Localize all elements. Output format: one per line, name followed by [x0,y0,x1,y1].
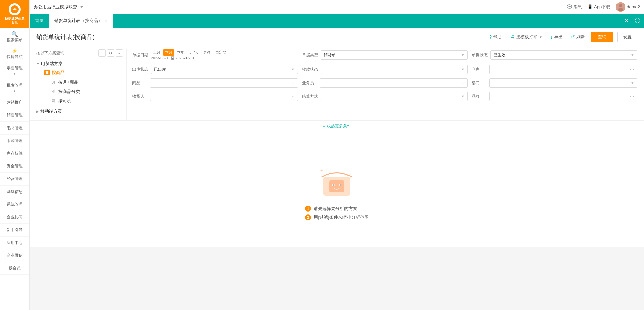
receiver-field: 收货人 ··· [132,92,298,101]
export-btn[interactable]: ↓ 导出 [548,33,565,41]
sidebar-item-wechat[interactable]: 企业微信 [0,249,29,262]
doc-status-control[interactable]: 已生效 ▼ [490,50,637,60]
sidebar-item-sales[interactable]: 销售管理 [0,109,29,122]
date-tab-this-year[interactable]: 本年 [175,49,186,56]
sidebar-item-ecommerce[interactable]: 电商管理 [0,122,29,135]
tab-stats[interactable]: 销货单统计表（按商品） ✕ [49,14,113,28]
doc-type-arrow-icon: ▼ [461,53,465,57]
payment-method-field: 结算方式 ▼ [302,92,468,101]
out-status-arrow-icon: ▼ [291,67,295,71]
sidebar-item-basic[interactable]: 基础信息 [0,186,29,198]
industry-dropdown-icon[interactable]: ▼ [80,5,84,9]
scheme-month-product-label: 按月+商品 [58,79,78,85]
payment-status-control[interactable]: ▼ [321,65,468,74]
pc-group-label: 电脑端方案 [41,61,63,67]
page-content: 销货单统计表(按商品) ? 帮助 🖨 按模板打印 ▼ ↓ 导出 [30,28,644,310]
payment-method-label: 结算方式 [302,94,318,99]
sidebar-item-retail[interactable]: 零售管理 ▼ [0,62,29,79]
print-btn[interactable]: 🖨 按模板打印 ▼ [508,33,544,41]
sidebar-item-member[interactable]: 畅会员 [0,262,29,275]
payment-status-field: 收款状态 ▼ [302,65,468,74]
date-tab-custom[interactable]: 自定义 [213,49,228,56]
left-panel-title: 按以下方案查询 [36,50,64,56]
salesperson-control[interactable]: ··· [320,78,468,88]
search-menu-item[interactable]: 🔍 搜索菜单 [0,28,29,46]
tab-close-window-icon[interactable]: ✕ [623,17,631,25]
collapse-bar[interactable]: ∧ 收起更多条件 [30,120,644,132]
sidebar-item-wholesale[interactable]: 批发管理 ▲ [0,79,29,96]
filter-area: 按以下方案查询 + ⚙ « ▼ 电脑端方案 [30,45,644,120]
pc-group-arrow-icon: ▼ [36,62,40,66]
refresh-icon: ↺ [571,34,575,40]
date-tab-last-month[interactable]: 上月 [151,49,162,56]
pc-scheme-group-header[interactable]: ▼ 电脑端方案 [36,59,123,68]
mobile-scheme-group-header[interactable]: ▶ 移动端方案 [36,107,123,116]
tip2-text: 用[过滤]条件来缩小分析范围 [314,214,368,220]
tab-close-icon[interactable]: ✕ [104,18,108,23]
tab-home[interactable]: 首页 [30,14,49,28]
empty-text: 1 请先选择要分析的方案 2 用[过滤]条件来缩小分析范围 [305,206,368,220]
download-icon: 📱 [587,4,593,9]
setting-button[interactable]: 设置 [617,32,637,42]
top-bar-right: 💬 消息 📱 App下载 demo2 [567,2,640,12]
date-tab-7days[interactable]: 近7天 [187,49,201,56]
tip1-text: 请先选择要分析的方案 [314,206,357,212]
doc-status-arrow-icon: ▼ [631,53,634,57]
user-menu[interactable]: demo2 [616,2,640,12]
tip2-num: 2 [305,214,311,220]
svg-text:✦: ✦ [348,172,351,176]
messages-btn[interactable]: 💬 消息 [567,4,582,10]
scheme-by-product[interactable]: 商 按商品 [36,68,123,78]
date-tab-this-month[interactable]: 本月 [163,49,174,56]
doc-type-field: 单据类型 销货单 ▼ [302,50,468,60]
scheme-by-cashier[interactable]: 司 按司机 [43,96,123,106]
doc-status-field: 单据状态 已生效 ▼ [472,50,637,60]
brand-control[interactable]: ··· [489,92,637,101]
department-arrow-icon: ▼ [631,81,634,85]
query-button[interactable]: 查询 [591,32,613,42]
page-actions: ? 帮助 🖨 按模板打印 ▼ ↓ 导出 ↺ 刷新 [487,32,637,42]
sidebar-item-system[interactable]: 系统管理 [0,198,29,211]
receiver-control[interactable]: ··· [150,92,298,101]
help-icon: ? [489,34,492,40]
payment-method-control[interactable]: ▼ [321,92,468,101]
refresh-btn[interactable]: ↺ 刷新 [569,33,587,41]
sidebar-item-purchase[interactable]: 采购管理 [0,135,29,147]
department-control[interactable]: ▼ [489,78,637,88]
empty-tip-2: 2 用[过滤]条件来缩小分析范围 [305,214,368,220]
scheme-by-category[interactable]: 类 按商品分类 [43,87,123,96]
help-btn[interactable]: ? 帮助 [487,33,504,41]
sidebar-item-enterprise[interactable]: 企业协同 [0,211,29,224]
scheme-by-month-product[interactable]: 月 按月+商品 [43,78,123,87]
top-bar: 办公用品行业模拟账套 ▼ 💬 消息 📱 App下载 demo2 [30,0,644,14]
industry-name: 办公用品行业模拟账套 [34,4,77,10]
product-label: 商品 [132,80,147,86]
sidebar-item-operation[interactable]: 经营管理 [0,173,29,186]
sidebar-item-marketing[interactable]: 营销推广 [0,96,29,109]
out-status-control[interactable]: 已出库 ▼ [151,65,298,74]
warehouse-control[interactable]: ··· [489,65,637,74]
pc-scheme-group: ▼ 电脑端方案 商 按商品 月 按月+ [36,59,123,106]
messages-label: 消息 [573,4,582,10]
app-logo: 畅捷通好生意 标版 [0,0,29,28]
tab-maximize-icon[interactable]: ⛶ [633,17,641,25]
svg-text:✦: ✦ [320,168,323,173]
tip1-num: 1 [305,206,311,212]
sidebar-item-guide[interactable]: 新手引导 [0,224,29,237]
sidebar-item-inventory[interactable]: 库存核算 [0,147,29,160]
product-control[interactable]: ··· [150,78,298,88]
edit-scheme-btn[interactable]: ⚙ [107,49,114,57]
collapse-panel-btn[interactable]: « [116,49,123,57]
month-product-icon: 月 [51,80,56,85]
tab-bar: 首页 销货单统计表（按商品） ✕ ✕ ⛶ [30,14,644,28]
doc-type-control[interactable]: 销货单 ▼ [321,50,468,60]
print-dropdown-icon[interactable]: ▼ [539,35,542,39]
app-download-btn[interactable]: 📱 App下载 [587,4,610,10]
quick-nav-item[interactable]: ⚡ 快捷导航 [0,46,29,62]
doc-type-label: 单据类型 [302,52,318,58]
salesperson-dots-icon: ··· [460,81,465,85]
sidebar-item-apps[interactable]: 应用中心 [0,237,29,249]
date-tab-more[interactable]: 更多 [201,49,213,56]
add-scheme-btn[interactable]: + [98,49,106,57]
sidebar-item-finance[interactable]: 资金管理 [0,160,29,173]
